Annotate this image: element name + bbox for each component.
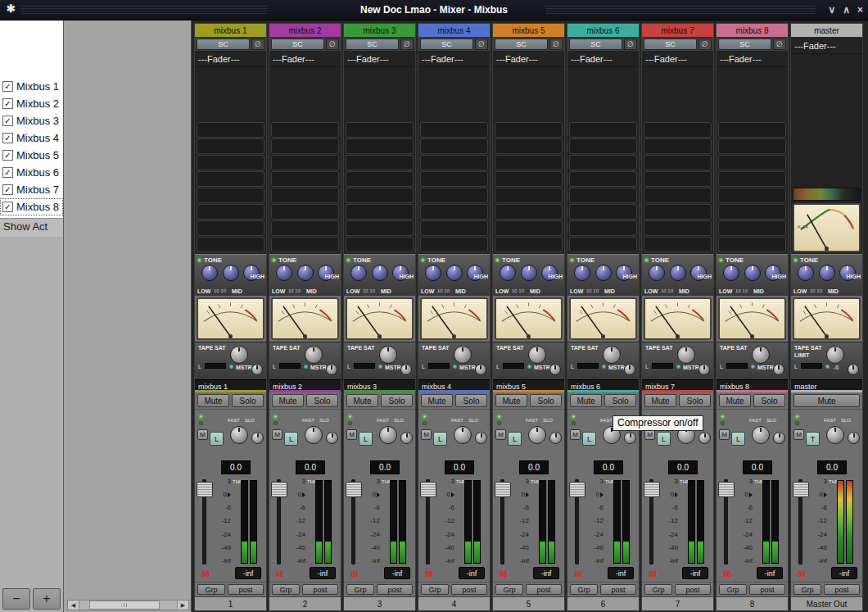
- mixbus-list-item[interactable]: Mixbus 3: [0, 112, 63, 129]
- compressor-on-off-button[interactable]: L: [508, 432, 522, 446]
- processor-slot[interactable]: [569, 220, 637, 236]
- processor-slot[interactable]: [569, 155, 637, 170]
- metering-button[interactable]: M: [495, 429, 506, 440]
- group-button[interactable]: Grp: [197, 584, 225, 595]
- comp-makeup-knob[interactable]: [549, 432, 562, 444]
- processor-box[interactable]: K-14: [791, 54, 862, 254]
- mixbus-list-item[interactable]: Mixbus 1: [0, 78, 63, 95]
- fader-handle[interactable]: [420, 482, 436, 497]
- scrollbar-track[interactable]: [79, 601, 177, 610]
- processor-box[interactable]: K-14: [269, 67, 341, 254]
- close-button[interactable]: ×: [857, 4, 863, 16]
- peak-reset-button[interactable]: -inf: [757, 567, 783, 579]
- processor-slot[interactable]: [495, 171, 563, 187]
- drive-knob[interactable]: [475, 364, 486, 375]
- processor-slot[interactable]: [495, 204, 563, 220]
- grow-strips-button[interactable]: +: [33, 588, 61, 610]
- solo-button[interactable]: Solo: [455, 394, 487, 407]
- processor-slot[interactable]: [346, 138, 414, 154]
- comp-makeup-knob[interactable]: [624, 432, 636, 444]
- processor-slot[interactable]: [197, 122, 264, 138]
- group-button[interactable]: Grp: [570, 584, 598, 595]
- metering-point-button[interactable]: post: [228, 584, 264, 595]
- tone-low-knob[interactable]: [276, 265, 292, 281]
- sidechain-button[interactable]: SC: [346, 39, 399, 50]
- processor-slot[interactable]: [197, 171, 264, 187]
- mute-button[interactable]: Mute: [719, 394, 751, 407]
- processor-slot[interactable]: [718, 237, 786, 252]
- strip-nameplate[interactable]: mixbus 8: [717, 379, 788, 392]
- scroll-right-arrow[interactable]: ▶: [177, 601, 188, 610]
- checkbox-icon[interactable]: [2, 150, 13, 161]
- strip-nameplate[interactable]: mixbus 1: [195, 379, 266, 392]
- compressor-on-off-button[interactable]: L: [657, 432, 671, 446]
- processor-slot[interactable]: [271, 138, 339, 154]
- metering-point-button[interactable]: post: [749, 584, 785, 595]
- mute-button[interactable]: Mute: [644, 394, 676, 407]
- comp-makeup-knob[interactable]: [698, 432, 711, 444]
- fader-handle[interactable]: [197, 482, 213, 497]
- comp-makeup-knob[interactable]: [848, 432, 860, 444]
- strip-name-button[interactable]: mixbus 4: [418, 24, 490, 38]
- processor-slot[interactable]: [495, 155, 563, 170]
- comp-speed-knob[interactable]: [230, 426, 248, 444]
- processor-slot[interactable]: [271, 171, 339, 187]
- fader-handle[interactable]: [346, 482, 362, 497]
- processor-slot[interactable]: [644, 171, 712, 187]
- maximize-button[interactable]: ∧: [843, 4, 850, 16]
- compressor-on-off-button[interactable]: L: [582, 432, 596, 446]
- phase-invert-button[interactable]: ∅: [624, 39, 637, 50]
- comp-makeup-knob[interactable]: [475, 432, 487, 444]
- compressor-on-off-button[interactable]: L: [433, 432, 447, 446]
- group-button[interactable]: Grp: [495, 584, 523, 595]
- tone-mid-knob[interactable]: [223, 265, 239, 281]
- processor-slot[interactable]: [197, 138, 264, 154]
- fader-processor-label[interactable]: ---Fader---: [717, 51, 788, 67]
- processor-slot[interactable]: [644, 204, 712, 220]
- scrollbar-thumb[interactable]: [89, 601, 160, 610]
- fader-processor-label[interactable]: ---Fader---: [493, 51, 564, 67]
- phase-invert-button[interactable]: ∅: [549, 39, 563, 50]
- comp-speed-knob[interactable]: [528, 426, 546, 444]
- gain-display[interactable]: 0.0: [445, 460, 474, 474]
- peak-reset-button[interactable]: -inf: [682, 567, 708, 579]
- metering-button[interactable]: M: [719, 429, 730, 440]
- checkbox-icon[interactable]: [2, 81, 13, 92]
- processor-slot[interactable]: [346, 220, 414, 236]
- gain-display[interactable]: 0.0: [296, 460, 325, 474]
- tape-sat-knob[interactable]: [305, 346, 323, 364]
- mute-button[interactable]: Mute: [272, 394, 304, 407]
- drive-knob[interactable]: [549, 364, 561, 375]
- drive-knob[interactable]: [624, 364, 635, 375]
- fader-processor-label[interactable]: ---Fader---: [269, 51, 341, 67]
- solo-button[interactable]: Solo: [530, 394, 562, 407]
- fader-processor-label[interactable]: ---Fader---: [418, 51, 490, 67]
- processor-slot[interactable]: [495, 220, 563, 236]
- solo-button[interactable]: Solo: [753, 394, 785, 407]
- tone-low-knob[interactable]: [425, 265, 441, 281]
- fader-processor-label[interactable]: ---Fader---: [567, 51, 639, 67]
- metering-point-button[interactable]: post: [302, 584, 338, 595]
- strip-nameplate[interactable]: master: [791, 379, 862, 392]
- processor-slot[interactable]: [420, 204, 488, 220]
- processor-slot[interactable]: [271, 122, 339, 138]
- show-act-button[interactable]: Show Act: [0, 219, 63, 237]
- metering-point-button[interactable]: post: [377, 584, 413, 595]
- processor-slot[interactable]: [569, 237, 637, 252]
- tone-low-knob[interactable]: [649, 265, 665, 281]
- drive-knob[interactable]: [773, 364, 784, 375]
- peak-reset-button[interactable]: -inf: [384, 567, 410, 579]
- tape-sat-knob[interactable]: [230, 346, 248, 364]
- tone-low-knob[interactable]: [500, 265, 516, 281]
- processor-slot[interactable]: [495, 122, 563, 138]
- phase-invert-button[interactable]: ∅: [475, 39, 488, 50]
- processor-box[interactable]: K-14: [195, 67, 266, 254]
- processor-slot[interactable]: [420, 138, 488, 154]
- drive-knob[interactable]: [400, 364, 412, 375]
- comp-makeup-knob[interactable]: [773, 432, 785, 444]
- fader-processor-label[interactable]: ---Fader---: [642, 51, 713, 67]
- strip-name-button[interactable]: mixbus 7: [642, 24, 713, 38]
- tape-sat-knob[interactable]: [603, 346, 621, 364]
- tape-sat-knob[interactable]: [677, 346, 695, 364]
- fader-handle[interactable]: [644, 482, 660, 497]
